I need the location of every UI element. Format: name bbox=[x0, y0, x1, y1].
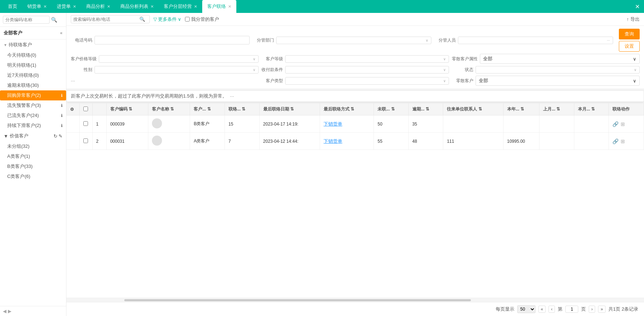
th-name[interactable]: 客户名称 ⇅ bbox=[148, 103, 190, 115]
close-purchase-icon[interactable]: ✕ bbox=[73, 4, 76, 9]
th-type[interactable]: 客户... ⇅ bbox=[190, 103, 225, 115]
th-overdue[interactable]: 逾期... ⇅ bbox=[408, 103, 443, 115]
sidebar-item-class-c[interactable]: C类客户(6) bbox=[0, 171, 66, 181]
last-page-btn[interactable]: » bbox=[598, 306, 606, 313]
next-page-btn[interactable]: › bbox=[589, 306, 595, 313]
td-name-1 bbox=[148, 115, 190, 133]
nav-tab-home[interactable]: 首页 bbox=[3, 0, 22, 13]
sidebar-item-continue-down[interactable]: 持续下滑客户(2) ℹ bbox=[0, 121, 66, 131]
sidebar-item-class-a[interactable]: A类客户(1) bbox=[0, 151, 66, 161]
link-icon-2[interactable]: 🔗 bbox=[612, 138, 618, 144]
export-btn[interactable]: ↑ 导出 bbox=[627, 16, 640, 23]
chevron-down-icon: ∨ bbox=[178, 16, 181, 22]
page-input[interactable] bbox=[565, 306, 578, 313]
sidebar-item-repeat-purchase[interactable]: 回购异常客户(2) ℹ bbox=[0, 90, 66, 100]
per-page-select[interactable]: 20 50 100 bbox=[517, 305, 536, 313]
th-not-contact[interactable]: 未联... ⇅ bbox=[374, 103, 409, 115]
close-analysis-icon[interactable]: ✕ bbox=[107, 4, 110, 9]
main-layout: 🔍 全部客户 « ▼ 待联络客户 今天待联络(0) 明天待联络(1) 近7天待联… bbox=[0, 13, 644, 316]
customer-level-arrow-icon: ∨ bbox=[443, 57, 446, 61]
grid-icon-2[interactable]: ⊞ bbox=[621, 138, 625, 144]
nav-tab-customer-contact[interactable]: 客户联络 ✕ bbox=[202, 0, 236, 13]
retail-attr-select[interactable]: 全部 ∨ bbox=[480, 54, 640, 64]
td-last-date-2: 2023-04-12 14:44: bbox=[259, 133, 320, 150]
close-sales-icon[interactable]: ✕ bbox=[43, 4, 47, 9]
my-customer-checkbox[interactable]: 我分管的客户 bbox=[185, 16, 219, 23]
sidebar-item-7days[interactable]: 近7天待联络(0) bbox=[0, 70, 66, 80]
scroll-thumb[interactable] bbox=[124, 299, 471, 301]
sidebar-item-lost-pre[interactable]: 流失预警客户(3) ℹ bbox=[0, 100, 66, 110]
td-no-2: 2 bbox=[92, 133, 106, 150]
sidebar-pending-contact-title[interactable]: ▼ 待联络客户 bbox=[0, 39, 66, 50]
td-overdue-1: 35 bbox=[408, 115, 443, 133]
sidebar-item-unclassified[interactable]: 未分组(32) bbox=[0, 141, 66, 151]
nav-tab-sales[interactable]: 销货单 ✕ bbox=[22, 0, 52, 13]
row-1-checkbox[interactable] bbox=[83, 121, 88, 126]
filter-icon: ▽ bbox=[153, 16, 157, 22]
close-analysis-list-icon[interactable]: ✕ bbox=[150, 4, 154, 9]
th-last-month[interactable]: 上月... ⇅ bbox=[539, 103, 574, 115]
sidebar-item-already-lost[interactable]: 已流失客户(24) ℹ bbox=[0, 110, 66, 121]
link-icon-1[interactable]: 🔗 bbox=[612, 121, 618, 127]
td-no-1: 1 bbox=[92, 115, 106, 133]
th-contact[interactable]: 联络... ⇅ bbox=[225, 103, 260, 115]
close-customer-contact-icon[interactable]: ✕ bbox=[228, 4, 231, 9]
filter-more-dots: ··· bbox=[71, 78, 259, 84]
sidebar-item-tomorrow[interactable]: 明天待联络(1) bbox=[0, 60, 66, 70]
set-btn[interactable]: 设置 bbox=[619, 41, 640, 52]
phone-input[interactable] bbox=[94, 36, 250, 44]
gender-select[interactable]: ∨ bbox=[94, 66, 259, 74]
price-level-select[interactable]: ∨ bbox=[99, 55, 259, 63]
th-last-date[interactable]: 最后联络日期 ⇅ bbox=[259, 103, 320, 115]
nav-tab-purchase[interactable]: 进货单 ✕ bbox=[52, 0, 81, 13]
payment-select[interactable]: ∨ bbox=[285, 66, 449, 74]
sidebar-item-today[interactable]: 今天待联络(0) bbox=[0, 50, 66, 60]
td-last-method-2[interactable]: 下销货单 bbox=[320, 133, 374, 150]
filter-customer-level: 客户等级 ∨ bbox=[261, 55, 449, 63]
first-page-btn[interactable]: « bbox=[538, 306, 546, 313]
nav-tab-analysis-list[interactable]: 商品分析列表 ✕ bbox=[115, 0, 159, 13]
status-select[interactable]: ∨ bbox=[476, 66, 640, 74]
my-customer-check[interactable] bbox=[185, 17, 190, 22]
td-last-method-1[interactable]: 下销货单 bbox=[320, 115, 374, 133]
prev-page-btn[interactable]: ‹ bbox=[548, 306, 555, 313]
select-all-checkbox[interactable] bbox=[83, 107, 88, 111]
nav-tab-customer-tier[interactable]: 客户分层经营 ✕ bbox=[159, 0, 202, 13]
row-2-checkbox[interactable] bbox=[83, 138, 88, 143]
th-settings[interactable]: ⚙ bbox=[66, 103, 79, 115]
nav-close-main[interactable]: ✕ bbox=[635, 3, 640, 10]
nav-tab-analysis[interactable]: 商品分析 ✕ bbox=[81, 0, 115, 13]
th-this-month[interactable]: 本月... ⇅ bbox=[574, 103, 609, 115]
more-dots-icon[interactable]: ··· bbox=[71, 78, 75, 84]
sidebar-footer-right-arrow[interactable]: ▶ bbox=[8, 308, 11, 314]
sidebar-search-input[interactable] bbox=[3, 16, 50, 24]
sidebar-item-class-b[interactable]: B类客户(33) bbox=[0, 161, 66, 171]
customer-type-select[interactable]: ∨ bbox=[285, 77, 449, 85]
refresh-icon[interactable]: ↻ bbox=[54, 133, 57, 139]
more-conditions-btn[interactable]: ▽ 更多条件 ∨ bbox=[153, 16, 181, 23]
customer-level-select[interactable]: ∨ bbox=[285, 55, 449, 63]
grid-icon-1[interactable]: ⊞ bbox=[621, 121, 625, 127]
sidebar-footer-left-arrow[interactable]: ◀ bbox=[3, 308, 6, 314]
close-customer-tier-icon[interactable]: ✕ bbox=[194, 4, 197, 9]
manager-select[interactable]: ··· bbox=[458, 37, 613, 44]
edit-icon[interactable]: ✎ bbox=[59, 133, 62, 139]
table-row: 2 000031 A类客户 7 2023-04-12 14:44: 下销货单 5… bbox=[66, 133, 644, 150]
tooltip-more-dots[interactable]: ··· bbox=[230, 93, 234, 99]
table-header-row: ⚙ 客户编码 ⇅ 客户名称 ⇅ 客户... ⇅ 联络... ⇅ 最后联络日期 ⇅… bbox=[66, 103, 644, 115]
top-nav: 首页 销货单 ✕ 进货单 ✕ 商品分析 ✕ 商品分析列表 ✕ 客户分层经营 ✕ … bbox=[0, 0, 644, 13]
search-input[interactable] bbox=[73, 17, 138, 22]
th-unit-contact[interactable]: 往来单位联系人 ⇅ bbox=[443, 103, 503, 115]
sidebar-search-icon[interactable]: 🔍 bbox=[51, 17, 57, 23]
price-level-arrow-icon: ∨ bbox=[253, 57, 255, 61]
query-btn[interactable]: 查询 bbox=[619, 29, 640, 39]
sidebar-collapse-icon[interactable]: « bbox=[60, 30, 62, 36]
th-this-year[interactable]: 本年... ⇅ bbox=[503, 103, 539, 115]
td-not-contact-1: 50 bbox=[374, 115, 409, 133]
th-code[interactable]: 客户编码 ⇅ bbox=[106, 103, 148, 115]
retail-customer-select[interactable]: 全部 ∨ bbox=[476, 76, 640, 86]
dept-select[interactable]: ∨ bbox=[276, 37, 431, 44]
horizontal-scrollbar[interactable] bbox=[66, 298, 644, 302]
th-last-method[interactable]: 最后联络方式 ⇅ bbox=[320, 103, 374, 115]
sidebar-item-overdue[interactable]: 逾期未联络(30) bbox=[0, 80, 66, 90]
